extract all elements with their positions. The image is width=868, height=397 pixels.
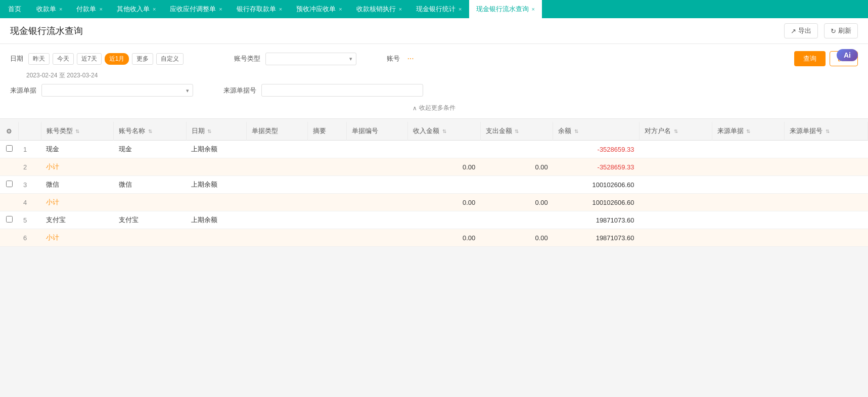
filter-area: 日期 昨天 今天 近7天 近1月 更多 自定义 账号类型 账号 ··· (0, 44, 868, 119)
account-filter: 账号 ··· (387, 54, 416, 63)
td-idx: 4 (18, 194, 41, 211)
close-icon[interactable]: × (532, 6, 535, 12)
nav-tab-cash-bank-flow[interactable]: 现金银行流水查询 × (469, 0, 542, 18)
th-account-type[interactable]: 账号类型 ⇅ (41, 122, 113, 141)
close-icon[interactable]: × (99, 6, 102, 12)
query-button[interactable]: 查询 (794, 51, 826, 66)
td-checkbox[interactable] (0, 229, 18, 247)
td-date: 上期余额 (186, 141, 246, 158)
th-gear[interactable]: ⚙ (0, 122, 18, 141)
account-label: 账号 (387, 54, 400, 63)
td-source-doc-num (784, 211, 867, 229)
td-account-type: 支付宝 (41, 211, 113, 229)
table-row[interactable]: 6 小计 0.00 0.00 19871073.60 (0, 229, 868, 247)
td-checkbox[interactable] (0, 211, 18, 229)
td-doc-num (347, 211, 408, 229)
close-icon[interactable]: × (399, 6, 402, 12)
td-balance: 19871073.60 (553, 211, 639, 229)
source-doc-label: 来源单据 (10, 86, 36, 95)
td-counterparty (639, 229, 712, 247)
ai-badge[interactable]: Ai (837, 49, 858, 61)
date-btn-1month[interactable]: 近1月 (105, 53, 129, 65)
close-icon[interactable]: × (153, 6, 156, 12)
td-doc-num (347, 141, 408, 158)
td-source-doc-num (784, 229, 867, 247)
sort-icon: ⇅ (442, 128, 446, 134)
date-label: 日期 (10, 54, 23, 63)
td-checkbox[interactable] (0, 141, 18, 158)
nav-tab-receipts[interactable]: 收款单 × (29, 0, 69, 18)
td-doc-type (246, 141, 307, 158)
close-icon[interactable]: × (59, 6, 62, 12)
source-doc-num-input[interactable] (261, 84, 423, 97)
td-account-type: 现金 (41, 141, 113, 158)
td-source-doc (712, 194, 784, 211)
td-idx: 1 (18, 141, 41, 158)
th-source-doc[interactable]: 来源单据 ⇅ (712, 122, 784, 141)
nav-tab-cash-bank-stats[interactable]: 现金银行统计 × (409, 0, 469, 18)
td-counterparty (639, 211, 712, 229)
td-counterparty (639, 176, 712, 194)
td-summary (307, 211, 347, 229)
th-counterparty[interactable]: 对方户名 ⇅ (639, 122, 712, 141)
table-row[interactable]: 4 小计 0.00 0.00 100102606.60 (0, 194, 868, 211)
td-checkbox[interactable] (0, 176, 18, 194)
date-btn-custom[interactable]: 自定义 (156, 53, 184, 65)
account-dots-button[interactable]: ··· (405, 54, 416, 63)
th-income[interactable]: 收入金额 ⇅ (408, 122, 480, 141)
table-container: ⚙ 账号类型 ⇅ 账号名称 ⇅ 日期 ⇅ 单据类型 摘要 (0, 122, 868, 247)
source-doc-select[interactable] (41, 84, 193, 97)
table-header-row: ⚙ 账号类型 ⇅ 账号名称 ⇅ 日期 ⇅ 单据类型 摘要 (0, 122, 868, 141)
date-btn-7days[interactable]: 近7天 (77, 53, 102, 65)
sort-icon: ⇅ (674, 128, 678, 134)
td-balance: 100102606.60 (553, 194, 639, 211)
td-source-doc-num (784, 194, 867, 211)
td-expense: 0.00 (480, 194, 553, 211)
th-balance[interactable]: 余额 ⇅ (553, 122, 639, 141)
close-icon[interactable]: × (459, 6, 462, 12)
close-icon[interactable]: × (279, 6, 282, 12)
td-summary (307, 194, 347, 211)
td-balance: 19871073.60 (553, 229, 639, 247)
table-row[interactable]: 1 现金 现金 上期余额 -3528659.33 (0, 141, 868, 158)
refresh-button[interactable]: ↻ 刷新 (824, 23, 858, 38)
date-btn-more[interactable]: 更多 (132, 53, 153, 65)
close-icon[interactable]: × (219, 6, 222, 12)
header-actions: ↗ 导出 ↻ 刷新 (784, 23, 858, 38)
nav-tab-payments[interactable]: 付款单 × (69, 0, 109, 18)
td-checkbox[interactable] (0, 158, 18, 176)
nav-tab-other-income[interactable]: 其他收入单 × (110, 0, 163, 18)
page-header: 现金银行流水查询 ↗ 导出 ↻ 刷新 (0, 18, 868, 44)
nav-tab-bank-deposit[interactable]: 银行存取款单 × (230, 0, 289, 18)
collapse-bar[interactable]: ∧ 收起更多条件 (10, 102, 858, 113)
td-source-doc (712, 158, 784, 176)
td-date (186, 194, 246, 211)
td-checkbox[interactable] (0, 194, 18, 211)
th-date[interactable]: 日期 ⇅ (186, 122, 246, 141)
nav-tab-ar-ap-adjust[interactable]: 应收应付调整单 × (163, 0, 229, 18)
td-balance: -3528659.33 (553, 158, 639, 176)
nav-tab-prepay-offset[interactable]: 预收冲应收单 × (289, 0, 349, 18)
sort-icon: ⇅ (574, 128, 578, 134)
th-expense[interactable]: 支出金额 ⇅ (480, 122, 553, 141)
export-button[interactable]: ↗ 导出 (784, 23, 818, 38)
close-icon[interactable]: × (339, 6, 342, 12)
table-row[interactable]: 2 小计 0.00 0.00 -3528659.33 (0, 158, 868, 176)
td-summary (307, 158, 347, 176)
th-account-name[interactable]: 账号名称 ⇅ (114, 122, 186, 141)
td-counterparty (639, 194, 712, 211)
sort-icon: ⇅ (75, 128, 79, 134)
nav-tab-receipt-verify[interactable]: 收款核销执行 × (349, 0, 409, 18)
td-income: 0.00 (408, 158, 480, 176)
th-doc-type: 单据类型 (246, 122, 307, 141)
table-row[interactable]: 5 支付宝 支付宝 上期余额 19871073.60 (0, 211, 868, 229)
td-doc-type (246, 211, 307, 229)
nav-home[interactable]: 首页 (0, 0, 29, 18)
account-type-select[interactable] (265, 53, 356, 65)
source-doc-num-label: 来源单据号 (223, 86, 256, 95)
table-row[interactable]: 3 微信 微信 上期余额 100102606.60 (0, 176, 868, 194)
date-btn-today[interactable]: 今天 (53, 53, 74, 65)
td-expense: 0.00 (480, 229, 553, 247)
date-btn-yesterday[interactable]: 昨天 (28, 53, 50, 65)
th-source-doc-num[interactable]: 来源单据号 ⇅ (784, 122, 867, 141)
